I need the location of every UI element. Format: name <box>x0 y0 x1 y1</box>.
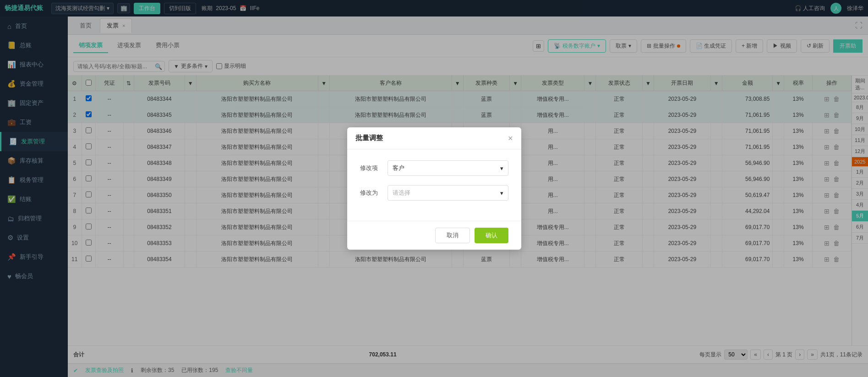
change-placeholder: 请选择 <box>393 189 410 197</box>
field-label: 修改项 <box>360 164 388 172</box>
change-dropdown-icon: ▾ <box>500 190 503 197</box>
dialog-close-btn[interactable]: × <box>508 134 513 142</box>
field-select[interactable]: 客户 ▾ <box>388 160 508 176</box>
change-select[interactable]: 请选择 ▾ <box>388 185 508 201</box>
field-value: 客户 <box>393 164 404 172</box>
field-dropdown-icon: ▾ <box>500 165 503 172</box>
dialog-footer: 取消 确认 <box>347 221 521 250</box>
form-row-field: 修改项 客户 ▾ <box>360 160 508 176</box>
cancel-dialog-btn[interactable]: 取消 <box>435 228 470 243</box>
dialog-header: 批量调整 × <box>347 127 521 149</box>
batch-adjust-dialog: 批量调整 × 修改项 客户 ▾ 修改为 请选择 ▾ 取消 确认 <box>347 127 521 250</box>
dialog-body: 修改项 客户 ▾ 修改为 请选择 ▾ <box>347 149 521 221</box>
dialog-overlay: 批量调整 × 修改项 客户 ▾ 修改为 请选择 ▾ 取消 确认 <box>0 0 868 377</box>
form-row-change: 修改为 请选择 ▾ <box>360 185 508 201</box>
dialog-title: 批量调整 <box>355 134 383 142</box>
change-label: 修改为 <box>360 189 388 197</box>
confirm-dialog-btn[interactable]: 确认 <box>475 228 508 243</box>
